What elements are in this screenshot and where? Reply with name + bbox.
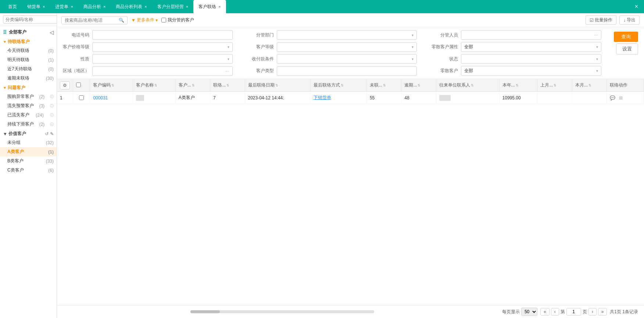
sidebar-search-input[interactable] [3,15,57,24]
refresh-icon[interactable]: ↺ [45,131,49,137]
th-actions[interactable]: 联络动作 [607,79,644,92]
td-last-contact-method[interactable]: 下销货单 [310,92,366,104]
edit-icon[interactable]: ✎ [50,131,54,137]
customer-type-input[interactable] [277,66,417,76]
customer-grade-select[interactable]: ▾ [277,42,417,52]
tab-analysis-list[interactable]: 商品分析列表 × [111,0,152,13]
th-not-contacted[interactable]: 未联... ⇅ [366,79,401,92]
sidebar-item-a-class[interactable]: A类客户 (1) [0,147,57,156]
export-button[interactable]: ↓ 导出 [619,15,640,25]
th-contact-count[interactable]: 联络... ⇅ [210,79,245,92]
sort-icon: ⇅ [418,84,421,87]
tab-home[interactable]: 首页 [3,0,22,13]
info-icon: ⓘ [50,94,54,99]
next-page-btn[interactable]: › [588,308,597,315]
settings-button[interactable]: 设置 [616,43,638,54]
chevron-down-icon: ▾ [228,57,229,61]
sidebar-item-churned[interactable]: 已流失客户 (24) ⓘ [0,110,57,120]
search-icon[interactable]: 🔍 [119,18,124,23]
sidebar-item-ungrouped[interactable]: 未分组 (32) [0,138,57,147]
region-input[interactable]: ··· [92,66,233,76]
th-this-year[interactable]: 本年... ⇅ [499,79,537,92]
th-last-contact-method[interactable]: 最后联络方式 ⇅ [310,79,366,92]
th-checkbox[interactable] [73,79,90,92]
data-table-wrapper: ⚙ 客户编码 ⇅ 客户名称 [57,79,644,305]
prev-page-btn[interactable]: ‹ [551,308,559,315]
sort-icon: ⇅ [588,84,591,87]
sidebar-item-hoarding[interactable]: 囤购异常客户 (2) ⓘ [0,92,57,101]
page-input[interactable] [566,308,581,315]
tab-purchase[interactable]: 进货单 × [50,0,78,13]
scrollbar-track[interactable] [190,310,374,313]
close-window-icon[interactable]: × [632,3,641,10]
my-customers-check[interactable] [161,18,166,22]
close-icon[interactable]: × [43,4,45,9]
price-grade-select[interactable]: ▾ [92,42,233,52]
nature-select[interactable]: ▾ [92,54,233,64]
close-icon[interactable]: × [71,4,73,9]
tab-sales[interactable]: 销货单 × [22,0,50,13]
sidebar-item-declining[interactable]: 持续下滑客户 (2) ⓘ [0,120,57,129]
th-code[interactable]: 客户编码 ⇅ [90,79,133,92]
td-checkbox[interactable] [73,92,90,104]
scrollbar-thumb[interactable] [190,310,220,313]
status-select[interactable]: ▾ [461,54,601,64]
td-unit-contact: RE . [436,92,499,104]
section-pending-contact[interactable]: ▼ 待联络客户 [0,37,57,46]
th-this-month[interactable]: 本月... ⇅ [572,79,607,92]
collapse-icon[interactable]: ◁ [50,29,54,35]
filter-row-2: 客户价格等级 ▾ 客户等级 ▾ [63,42,601,52]
td-code[interactable]: 000031 [90,92,133,104]
th-name[interactable]: 客户名称 ⇅ [133,79,175,92]
sidebar-item-overdue-contact[interactable]: 逾期未联络 (30) [0,74,57,83]
payment-select[interactable]: ▾ [277,54,417,64]
tab-customer-segment[interactable]: 客户分层经营 × [152,0,193,13]
unit-contact-blurred: RE . [439,95,451,101]
row-checkbox[interactable] [79,95,84,100]
close-icon[interactable]: × [103,4,105,9]
more-conditions-btn[interactable]: ▼ 更多条件 ▾ [131,17,158,23]
close-icon[interactable]: × [186,4,188,9]
th-gear[interactable]: ⚙ [57,79,73,92]
action-chat-icon[interactable]: 💬 [610,95,615,100]
th-overdue[interactable]: 逾期... ⇅ [401,79,436,92]
per-page-select[interactable]: 50 [521,308,537,316]
first-page-btn[interactable]: « [540,308,550,315]
section-problem-customers[interactable]: ▼ 问题客户 [0,83,57,92]
bulk-op-button[interactable]: ☑ 批量操作 [586,15,616,25]
my-customers-checkbox[interactable]: 我分管的客户 [161,17,194,23]
td-name[interactable]: Ea [133,92,175,104]
tab-analysis[interactable]: 商品分析 × [78,0,111,13]
sidebar-item-tomorrow[interactable]: 明天待联络 (1) [0,55,57,64]
phone-input[interactable] [92,30,233,40]
tab-customer-contact[interactable]: 客户联络 × [193,0,226,13]
sidebar-item-c-class[interactable]: C类客户 (6) [0,166,57,175]
th-customer-type[interactable]: 客户... ⇅ [175,79,210,92]
main-content: 🔍 ▼ 更多条件 ▾ 我分管的客户 ☑ 批量操作 ↓ 导出 [57,13,644,318]
last-page-btn[interactable]: » [598,308,607,315]
th-last-month[interactable]: 上月... ⇅ [537,79,572,92]
section-value-customers[interactable]: ▼ 价值客户 ↺ ✎ [0,129,57,138]
th-last-contact-date[interactable]: 最后联络日期 ⇅ [245,79,310,92]
customer-name-blurred: Ea [136,95,144,101]
search-input[interactable] [65,18,119,23]
sidebar-item-churn-warning[interactable]: 流失预警客户 (3) ⓘ [0,101,57,110]
last-contact-link[interactable]: 下销货单 [314,95,331,100]
select-all-checkbox[interactable] [76,82,81,87]
gear-icon[interactable]: ⚙ [60,81,70,89]
query-button[interactable]: 查询 [614,32,638,42]
all-customers-label[interactable]: 全部客户 [9,29,26,35]
action-qr-icon[interactable]: ⊞ [619,95,623,100]
sidebar-item-b-class[interactable]: B类客户 (33) [0,156,57,166]
td-actions[interactable]: 💬 ⊞ [607,92,644,104]
th-unit-contact[interactable]: 往来单位联系人 ⇅ [436,79,499,92]
sidebar-item-7days[interactable]: 近7天待联络 (0) [0,64,57,74]
retail-customer-select[interactable]: 全部▾ [461,66,601,76]
sidebar-item-today[interactable]: 今天待联络 (0) [0,46,57,55]
close-icon[interactable]: × [218,4,221,9]
close-icon[interactable]: × [144,4,147,9]
retail-attr-label: 零散客户属性 [432,44,461,50]
dept-select[interactable]: ▾ [277,30,417,40]
retail-attr-select[interactable]: 全部▾ [461,42,601,52]
manager-input[interactable]: ··· [461,30,601,40]
